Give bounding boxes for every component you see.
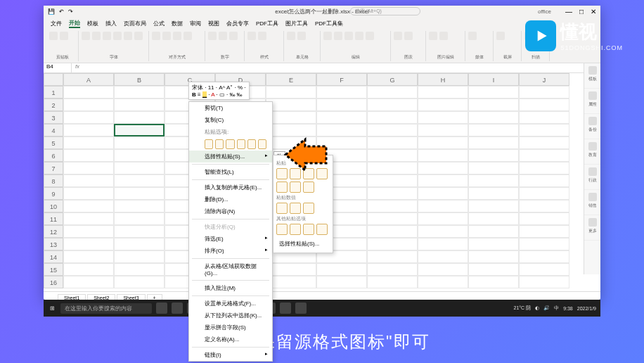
- menu-paste-special[interactable]: 选择性粘贴(S)...: [189, 151, 272, 163]
- paste-other-icon[interactable]: [290, 224, 301, 235]
- paste-icon[interactable]: [215, 139, 224, 149]
- paste-option-icon[interactable]: [276, 182, 288, 193]
- paste-icon[interactable]: [237, 139, 245, 149]
- paste-value-icon[interactable]: [276, 203, 288, 214]
- cut-icon[interactable]: [60, 32, 68, 40]
- tab-home[interactable]: 开始: [69, 19, 80, 28]
- row-header[interactable]: 9: [44, 187, 63, 200]
- side-item[interactable]: 行政: [584, 165, 600, 190]
- weather[interactable]: 21°C 阴: [514, 305, 532, 312]
- row-header[interactable]: 5: [44, 136, 63, 149]
- side-item[interactable]: 属性: [584, 89, 600, 114]
- menu-pick-list[interactable]: 从下拉列表中选择(K)...: [189, 310, 272, 321]
- redo-icon[interactable]: ↷: [68, 8, 73, 15]
- row-header[interactable]: 3: [44, 111, 63, 124]
- row-header[interactable]: 8: [44, 174, 63, 187]
- side-item[interactable]: 备份: [584, 114, 600, 139]
- side-item[interactable]: 更多: [584, 215, 600, 241]
- tab-pdf[interactable]: PDF工具: [256, 20, 278, 27]
- row-header[interactable]: 6: [44, 149, 63, 162]
- select-all-corner[interactable]: [44, 73, 63, 86]
- tray-icon[interactable]: 🔊: [543, 305, 550, 311]
- maximize-icon[interactable]: □: [579, 8, 584, 15]
- row-header[interactable]: 13: [44, 238, 63, 250]
- tab-file[interactable]: 文件: [51, 20, 62, 27]
- menu-cut[interactable]: 剪切(T): [189, 102, 272, 114]
- taskbar-app-icon[interactable]: [295, 302, 307, 314]
- taskbar-app-icon[interactable]: [280, 302, 291, 314]
- row-header[interactable]: 14: [44, 250, 63, 263]
- col-header[interactable]: G: [367, 73, 418, 86]
- menu-clear[interactable]: 清除内容(N): [189, 205, 272, 217]
- paste-option-icon[interactable]: [290, 182, 301, 193]
- row-header[interactable]: 1: [44, 86, 63, 98]
- col-header[interactable]: A: [63, 73, 114, 86]
- name-box[interactable]: B4: [44, 63, 72, 72]
- menu-phonetic[interactable]: 显示拼音字段(S): [189, 321, 272, 333]
- paste-icon[interactable]: [49, 32, 58, 40]
- paste-other-icon[interactable]: [303, 224, 314, 235]
- row-header[interactable]: 15: [44, 263, 63, 276]
- tray-icon[interactable]: ◐: [535, 305, 539, 311]
- paste-value-icon[interactable]: [290, 203, 301, 214]
- menu-from-table[interactable]: 从表格/区域获取数据(G)...: [189, 260, 272, 279]
- menu-insert-comment[interactable]: 插入批注(M): [189, 282, 272, 294]
- taskbar-app-icon[interactable]: [156, 302, 167, 314]
- fx-icon[interactable]: fx: [72, 63, 83, 72]
- paste-icon[interactable]: [226, 139, 234, 149]
- clock-time[interactable]: 9:38: [563, 306, 573, 311]
- undo-icon[interactable]: ↶: [59, 8, 64, 15]
- menu-define-name[interactable]: 定义名称(A)...: [189, 333, 272, 345]
- col-header[interactable]: J: [519, 73, 569, 86]
- col-header[interactable]: I: [468, 73, 519, 86]
- menu-copy[interactable]: 复制(C): [189, 114, 272, 126]
- row-header[interactable]: 10: [44, 200, 63, 212]
- paste-option-icon[interactable]: [303, 182, 314, 193]
- side-item[interactable]: 教育: [584, 139, 600, 165]
- menu-delete[interactable]: 删除(D)...: [189, 193, 272, 205]
- tab-template[interactable]: 模板: [87, 20, 98, 27]
- row-header[interactable]: 4: [44, 124, 63, 136]
- formula-input[interactable]: [83, 63, 600, 72]
- menu-sort[interactable]: 排序(O): [189, 245, 272, 257]
- tab-formula[interactable]: 公式: [153, 20, 165, 27]
- row-header[interactable]: 11: [44, 212, 63, 225]
- row-header[interactable]: 12: [44, 225, 63, 238]
- paste-icon[interactable]: [247, 139, 256, 149]
- start-button[interactable]: ⊞: [44, 305, 60, 312]
- mini-size[interactable]: 11: [208, 84, 214, 91]
- minimize-icon[interactable]: —: [565, 8, 572, 15]
- submenu-paste-special[interactable]: 选择性粘贴(S)...: [276, 238, 330, 250]
- row-header[interactable]: 16: [44, 276, 63, 288]
- col-header[interactable]: E: [266, 73, 316, 86]
- tab-layout[interactable]: 页面布局: [124, 20, 146, 27]
- taskbar-search[interactable]: 在这里输入你要搜索的内容: [60, 303, 152, 314]
- menu-smart-lookup[interactable]: 智能查找(L): [189, 166, 272, 178]
- paste-icon[interactable]: [205, 139, 213, 149]
- row-header[interactable]: 7: [44, 162, 63, 174]
- tab-pdfset[interactable]: PDF工具集: [315, 20, 343, 27]
- side-item[interactable]: 销售: [584, 190, 600, 215]
- mini-toolbar[interactable]: 宋体 · 11 · A^ A˅ · % · B ≡ ▁ · A · ▭ · ‰ …: [188, 82, 250, 100]
- menu-link[interactable]: 链接(I): [189, 349, 272, 361]
- taskbar-app-icon[interactable]: [172, 302, 183, 314]
- close-icon[interactable]: ✕: [591, 8, 596, 15]
- search-input[interactable]: 搜索 (Alt+Q): [350, 7, 420, 15]
- paste-other-icon[interactable]: [276, 224, 288, 235]
- mini-font[interactable]: 宋体: [192, 84, 203, 91]
- row-header[interactable]: 2: [44, 98, 63, 111]
- tab-view[interactable]: 视图: [208, 20, 219, 27]
- tab-insert[interactable]: 插入: [105, 20, 117, 27]
- menu-format-cells[interactable]: 设置单元格格式(F)...: [189, 298, 272, 310]
- clock-date[interactable]: 2022/1/9: [577, 306, 596, 311]
- side-item[interactable]: 模板: [584, 63, 600, 89]
- tab-vip[interactable]: 会员专享: [226, 20, 249, 27]
- tab-pic[interactable]: 图片工具: [285, 20, 308, 27]
- tab-data[interactable]: 数据: [172, 20, 183, 27]
- col-header[interactable]: H: [418, 73, 468, 86]
- menu-insert-copied[interactable]: 插入复制的单元格(E)...: [189, 182, 272, 193]
- paste-value-icon[interactable]: [303, 203, 314, 214]
- paste-other-icon[interactable]: [316, 224, 328, 235]
- selected-cell-b4[interactable]: [114, 124, 165, 136]
- menu-filter[interactable]: 筛选(E): [189, 233, 272, 245]
